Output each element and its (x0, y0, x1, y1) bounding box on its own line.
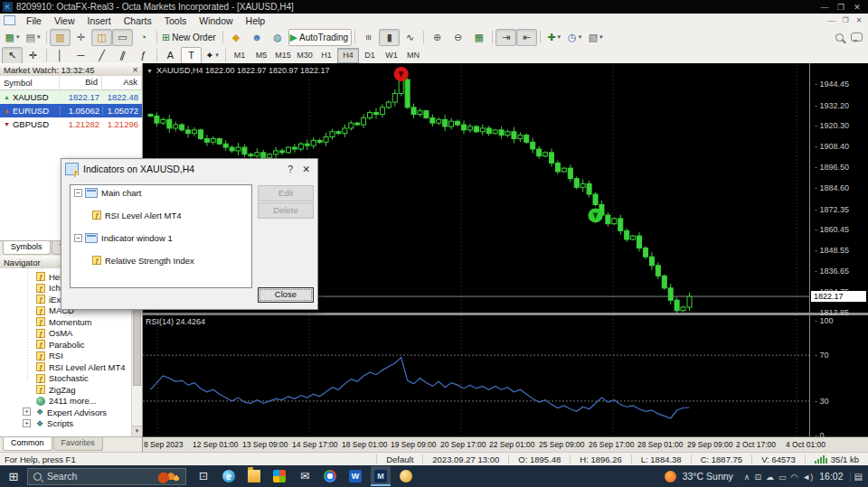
market-watch-header[interactable]: Market Watch: 13:32:45 ✕ (0, 63, 142, 77)
market-watch-button[interactable]: ▥ (50, 29, 71, 46)
data-window-button[interactable]: ✛ (71, 29, 91, 46)
navigator-item-zigzag[interactable]: ƒZigZag (36, 384, 76, 396)
symbol-row-eurusd[interactable]: ▲EURUSD1.050621.05072 (0, 104, 142, 117)
edit-button[interactable]: Edit (258, 185, 314, 201)
menu-window[interactable]: Window (193, 15, 239, 26)
symbol-row-gbpusd[interactable]: ▼GBPUSD1.212821.21296 (0, 117, 142, 131)
menu-help[interactable]: Help (240, 15, 272, 26)
restore-icon[interactable]: ❐ (834, 3, 848, 12)
new-chart-button[interactable]: ▦▾ (2, 29, 23, 46)
new-order-button[interactable]: ⊞New Order (160, 29, 220, 46)
community-button[interactable]: ☻ (247, 29, 268, 46)
navigator-group-scripts[interactable]: ❖Scripts (36, 418, 73, 430)
equidistant-channel-button[interactable]: ∥ (112, 47, 133, 64)
metatrader-icon[interactable]: M (371, 466, 391, 486)
rsi-indicator-chart[interactable] (143, 315, 809, 436)
dialog-tree-relative-strength-index[interactable]: ƒRelative Strength Index (71, 255, 251, 267)
crosshair-button[interactable]: ✛ (23, 47, 43, 64)
tile-windows-button[interactable]: ▦ (468, 29, 489, 46)
navigator-item-stochastic[interactable]: ƒStochastic (36, 373, 89, 385)
navigator-item-momentum[interactable]: ƒMomentum (36, 316, 92, 328)
tab-symbols[interactable]: Symbols (3, 241, 51, 255)
candlestick-mode-button[interactable]: ▮ (379, 29, 400, 46)
edge-icon[interactable]: e (219, 466, 239, 486)
navigator-button[interactable]: ◫ (91, 29, 112, 46)
chevron-up-icon[interactable]: ∧ (744, 473, 750, 482)
taskbar-clock[interactable]: 16:02 (819, 471, 843, 482)
panel-close-icon[interactable]: ✕ (132, 66, 138, 74)
search-icon[interactable] (835, 33, 844, 42)
bar-chart-mode-button[interactable]: ≡ (358, 29, 379, 46)
scrollbar-down-icon[interactable]: ▼ (132, 426, 142, 436)
navigator-item-rsi-level-alert-mt4[interactable]: ƒRSI Level Alert MT4 (36, 361, 125, 373)
chart-shift-button[interactable]: ⇤ (516, 29, 537, 46)
dialog-close-icon[interactable]: ✕ (302, 164, 310, 174)
horizontal-line-button[interactable]: ─ (71, 47, 91, 64)
timeframe-w1[interactable]: W1 (381, 48, 402, 63)
word-icon[interactable]: W (345, 466, 365, 486)
time-axis[interactable]: 8 Sep 202312 Sep 01:0013 Sep 09:0014 Sep… (143, 436, 868, 453)
collapse-minus-icon[interactable]: − (74, 234, 82, 242)
taskbar-search-input[interactable]: Search (27, 468, 186, 485)
column-symbol[interactable]: Symbol (0, 76, 60, 89)
display-icon[interactable]: ⊡ (754, 473, 761, 482)
strategy-tester-button[interactable]: ◔ (133, 29, 154, 46)
tab-common[interactable]: Common (3, 437, 52, 451)
menu-file[interactable]: File (20, 15, 48, 26)
dialog-tree-main-chart[interactable]: −Main chart (71, 187, 251, 199)
file-explorer-icon[interactable] (244, 466, 264, 486)
templates-button[interactable]: ▧▾ (585, 29, 606, 46)
chart-window-icon[interactable] (4, 15, 15, 25)
collapse-minus-icon[interactable]: − (74, 189, 82, 197)
auto-scroll-button[interactable]: ⇥ (495, 29, 516, 46)
navigator-group-expert-advisors[interactable]: ❖Expert Advisors (36, 407, 107, 418)
timeframe-d1[interactable]: D1 (359, 48, 381, 63)
weather-icon[interactable] (665, 471, 676, 482)
text-button[interactable]: A (160, 47, 181, 64)
close-icon[interactable]: ✕ (850, 3, 864, 12)
gold-app-icon[interactable] (396, 466, 416, 486)
expand-plus-icon[interactable]: + (23, 407, 31, 416)
cloud-icon[interactable]: ☁ (766, 473, 774, 482)
navigator-item-more[interactable]: 2411 more... (36, 396, 97, 407)
battery-icon[interactable]: ▭ (778, 473, 787, 482)
dialog-tree-indicator-window-1[interactable]: −Indicator window 1 (71, 232, 251, 244)
child-close-icon[interactable]: ✕ (853, 16, 865, 24)
delete-button[interactable]: Delete (258, 202, 314, 219)
autotrading-button[interactable]: ▶AutoTrading (288, 29, 353, 46)
tab-favorites[interactable]: Favorites (53, 437, 103, 451)
timeframe-m30[interactable]: M30 (294, 48, 316, 63)
store-icon[interactable] (269, 466, 289, 486)
fibonacci-button[interactable]: ƒ (133, 47, 154, 64)
chat-icon[interactable] (851, 33, 863, 42)
chart-profiles-button[interactable]: ▤▾ (23, 29, 43, 46)
trendline-button[interactable]: ╱ (91, 47, 112, 64)
navigator-item-parabolic[interactable]: ƒParabolic (36, 339, 85, 351)
minimize-icon[interactable]: — (817, 3, 832, 12)
column-bid[interactable]: Bid (60, 76, 102, 89)
chart-collapse-icon[interactable]: ▼ (146, 68, 153, 74)
timeframe-mn[interactable]: MN (402, 48, 424, 63)
menu-charts[interactable]: Charts (118, 15, 158, 26)
task-view-icon[interactable]: ⊡ (193, 466, 213, 486)
timeframe-h4[interactable]: H4 (337, 48, 359, 63)
menu-tools[interactable]: Tools (158, 15, 193, 26)
start-button[interactable]: ⊞ (0, 470, 27, 483)
metaeditor-button[interactable]: ◆ (226, 29, 247, 46)
expand-plus-icon[interactable]: + (23, 419, 31, 427)
weather-text[interactable]: 33°C Sunny (683, 471, 733, 482)
wifi-icon[interactable]: ◠ (791, 473, 798, 482)
symbol-row-xauusd[interactable]: ▲XAUUSD1822.171822.48 (0, 90, 142, 104)
timeframe-m1[interactable]: M1 (229, 48, 250, 63)
volume-icon[interactable]: ◄) (802, 473, 813, 482)
line-chart-mode-button[interactable]: ∿ (400, 29, 420, 46)
indicators-list-button[interactable]: ✚▾ (543, 29, 564, 46)
mail-icon[interactable]: ✉ (295, 466, 315, 486)
dialog-tree-rsi-level-alert-mt4[interactable]: ƒRSI Level Alert MT4 (71, 210, 251, 221)
notification-center-icon[interactable]: ▤ (850, 472, 863, 482)
menu-insert[interactable]: Insert (81, 15, 118, 26)
close-button[interactable]: Close (258, 287, 314, 303)
dialog-indicator-list[interactable]: −Main chartƒRSI Level Alert MT4−Indicato… (70, 184, 252, 288)
navigator-item-rsi[interactable]: ƒRSI (36, 351, 63, 362)
timeframe-m5[interactable]: M5 (250, 48, 272, 63)
